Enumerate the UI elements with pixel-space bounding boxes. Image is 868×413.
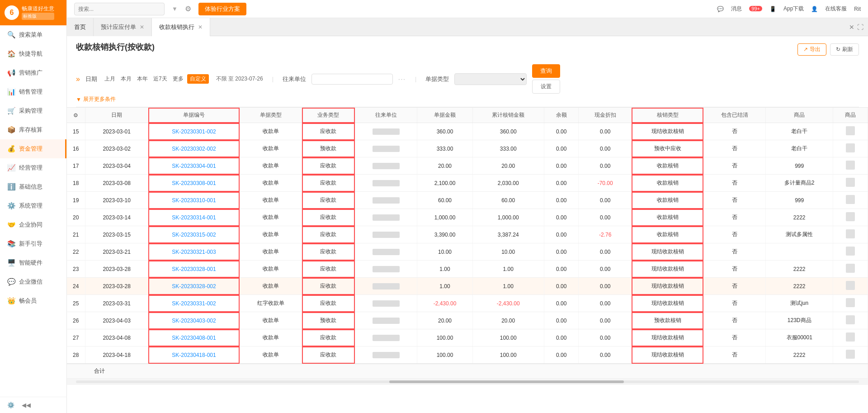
sidebar-item-collab[interactable]: 🤝企业协同 bbox=[0, 215, 66, 234]
voucher-no-link[interactable]: SK-20230328-001 bbox=[172, 266, 216, 272]
cell-business-type: 预收款 bbox=[302, 312, 355, 329]
sidebar-item-sales[interactable]: 📊销售管理 bbox=[0, 82, 66, 101]
sidebar-item-label: 智能硬件 bbox=[19, 259, 42, 267]
collapse-icon[interactable]: ◀◀ bbox=[22, 402, 31, 408]
sidebar-item-inventory[interactable]: 📦库存核算 bbox=[0, 120, 66, 139]
sidebar-item-system[interactable]: ⚙️系统管理 bbox=[0, 196, 66, 215]
col-header-goods2[interactable]: 商品 bbox=[833, 108, 868, 123]
voucher-no-link[interactable]: SK-20230403-002 bbox=[172, 318, 216, 324]
export-button[interactable]: ↗ 导出 bbox=[797, 43, 826, 56]
cell-index: 28 bbox=[67, 347, 85, 364]
tab-receivable[interactable]: 预计应应付单 ✕ bbox=[94, 18, 152, 36]
voucher-no-link[interactable]: SK-20230314-001 bbox=[172, 214, 216, 221]
settings-icon[interactable]: ⚙️ bbox=[7, 402, 14, 408]
app-download-label[interactable]: App下载 bbox=[783, 5, 804, 13]
col-header-business-type[interactable]: 业务类型 bbox=[302, 108, 355, 123]
collapse-filter-btn[interactable]: » bbox=[76, 75, 80, 83]
voucher-no-link[interactable]: SK-20230418-001 bbox=[172, 352, 216, 358]
sidebar-item-hardware[interactable]: 🖥️智能硬件 bbox=[0, 253, 66, 272]
dropdown-icon[interactable]: ▼ bbox=[172, 5, 178, 12]
filter-more-dots[interactable]: ··· bbox=[398, 76, 406, 82]
voucher-no-link[interactable]: SK-20230315-002 bbox=[172, 232, 216, 238]
scroll-track[interactable] bbox=[76, 380, 859, 383]
cell-counterparty bbox=[355, 243, 417, 261]
date-btn-custom[interactable]: 自定义 bbox=[187, 74, 209, 84]
col-header-date[interactable]: 日期 bbox=[85, 108, 148, 123]
date-btn-more[interactable]: 更多 bbox=[171, 74, 185, 84]
refresh-button[interactable]: ↻ 刷新 bbox=[830, 43, 859, 56]
voucher-type-select[interactable] bbox=[454, 73, 527, 85]
sidebar-item-basic[interactable]: ℹ️基础信息 bbox=[0, 177, 66, 196]
cell-date: 2023-03-15 bbox=[85, 226, 148, 243]
voucher-no-link[interactable]: SK-20230302-002 bbox=[172, 146, 216, 152]
voucher-no-link[interactable]: SK-20230308-001 bbox=[172, 180, 216, 186]
col-header-cum-writeoff[interactable]: 累计核销金额 bbox=[472, 108, 544, 123]
col-header-counterparty[interactable]: 往来单位 bbox=[355, 108, 417, 123]
sidebar-item-operations[interactable]: 📈经营管理 bbox=[0, 158, 66, 177]
sidebar-item-purchase[interactable]: 🛒采购管理 bbox=[0, 101, 66, 120]
horizontal-scrollbar[interactable] bbox=[67, 379, 868, 385]
cell-goods2 bbox=[833, 226, 868, 243]
scroll-thumb[interactable] bbox=[389, 380, 624, 383]
col-header-voucher-no[interactable]: 单据编号 bbox=[148, 108, 240, 123]
col-header-voucher-type[interactable]: 单据类型 bbox=[240, 108, 302, 123]
refresh-icon: ↻ bbox=[836, 46, 840, 52]
sidebar-item-guide[interactable]: 📚新手引导 bbox=[0, 234, 66, 253]
cell-business-type: 应收款 bbox=[302, 243, 355, 261]
cell-goods2 bbox=[833, 175, 868, 192]
online-support-label[interactable]: 在线客服 bbox=[825, 5, 847, 13]
tab-close-all-icon[interactable]: ✕ bbox=[849, 24, 854, 31]
voucher-no-link[interactable]: SK-20230304-001 bbox=[172, 163, 216, 169]
col-header-goods[interactable]: 商品 bbox=[766, 108, 833, 123]
col-header-balance[interactable]: 余额 bbox=[544, 108, 579, 123]
voucher-no-link[interactable]: SK-20230321-003 bbox=[172, 249, 216, 255]
data-table-wrapper: ⚙ 日期 单据编号 单据类型 业务类型 往来单位 单据金额 累计核销金额 余额 … bbox=[67, 108, 868, 413]
cell-counterparty bbox=[355, 123, 417, 140]
sidebar-item-member[interactable]: 👑畅会员 bbox=[0, 291, 66, 310]
col-header-amount[interactable]: 单据金额 bbox=[417, 108, 472, 123]
sidebar-item-search[interactable]: 🔍搜索菜单 bbox=[0, 25, 66, 44]
voucher-no-link[interactable]: SK-20230301-002 bbox=[172, 128, 216, 135]
table-row: 28 2023-04-18 SK-20230418-001 收款单 应收款 10… bbox=[67, 347, 868, 364]
sidebar-item-label: 搜索菜单 bbox=[19, 31, 42, 39]
date-btn-this-year[interactable]: 本年 bbox=[135, 74, 150, 84]
tab-verification-close[interactable]: ✕ bbox=[198, 24, 203, 30]
col-header-cash-discount[interactable]: 现金折扣 bbox=[579, 108, 632, 123]
sidebar-item-marketing[interactable]: 📢营销推广 bbox=[0, 63, 66, 82]
counterparty-input[interactable] bbox=[311, 74, 393, 85]
user-name[interactable]: Rit bbox=[854, 6, 861, 12]
blurred-counterparty bbox=[373, 335, 400, 341]
blurred-counterparty bbox=[373, 283, 400, 290]
voucher-no-link[interactable]: SK-20230328-002 bbox=[172, 283, 216, 290]
tab-expand-icon[interactable]: ⛶ bbox=[857, 24, 863, 31]
cell-cash-discount: 0.00 bbox=[579, 312, 632, 329]
voucher-no-link[interactable]: SK-20230408-001 bbox=[172, 335, 216, 341]
date-btn-last-month[interactable]: 上月 bbox=[103, 74, 117, 84]
cell-amount: 100.00 bbox=[417, 329, 472, 347]
cell-voucher-no: SK-20230418-001 bbox=[148, 347, 240, 364]
search-input[interactable] bbox=[74, 3, 165, 15]
query-button[interactable]: 查询 bbox=[532, 64, 560, 78]
marketing-icon: 📢 bbox=[7, 69, 15, 77]
date-btn-this-month[interactable]: 本月 bbox=[119, 74, 133, 84]
cell-goods2 bbox=[833, 209, 868, 226]
col-header-writeoff-type[interactable]: 核销类型 bbox=[632, 108, 703, 123]
cell-amount: 60.00 bbox=[417, 192, 472, 209]
voucher-no-link[interactable]: SK-20230310-001 bbox=[172, 197, 216, 204]
col-header-include-settled[interactable]: 包含已结清 bbox=[703, 108, 766, 123]
solution-button[interactable]: 体验行业方案 bbox=[198, 3, 246, 15]
cell-voucher-no: SK-20230302-002 bbox=[148, 140, 240, 157]
tab-receivable-close[interactable]: ✕ bbox=[140, 24, 144, 30]
voucher-no-link[interactable]: SK-20230331-002 bbox=[172, 300, 216, 307]
gear-icon[interactable]: ⚙ bbox=[185, 5, 191, 13]
sidebar-item-finance[interactable]: 💰资金管理 bbox=[0, 139, 66, 158]
date-btn-7days[interactable]: 近7天 bbox=[151, 74, 169, 84]
expand-more-btn[interactable]: ▼ 展开更多条件 bbox=[76, 95, 859, 103]
tab-verification[interactable]: 收款核销执行 ✕ bbox=[152, 18, 210, 36]
sidebar-item-label: 快捷导航 bbox=[19, 50, 42, 58]
sidebar-item-shortcut[interactable]: 🏠快捷导航 bbox=[0, 44, 66, 63]
tab-home[interactable]: 首页 bbox=[67, 18, 94, 36]
sidebar-item-wechat[interactable]: 💬企业微信 bbox=[0, 272, 66, 291]
blurred-counterparty bbox=[373, 249, 400, 255]
filter-settings-button[interactable]: 设置 bbox=[532, 80, 560, 94]
